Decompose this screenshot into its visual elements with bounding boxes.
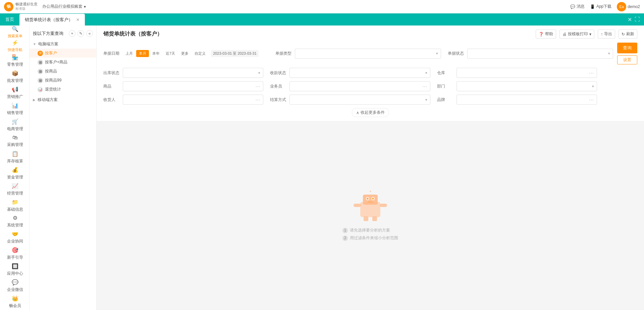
- doc-status-control[interactable]: ▾: [467, 49, 613, 59]
- dept-label: 部门: [437, 84, 454, 89]
- dept-control[interactable]: ▾: [457, 81, 597, 91]
- query-btn-group: 查询 设置: [617, 43, 637, 64]
- sidebar-item-basic[interactable]: 📁 基础信息: [0, 198, 29, 214]
- doc-status-arrow-icon: ▾: [608, 51, 610, 56]
- company-selector[interactable]: 办公用品行业模拟账套 ▾: [40, 3, 88, 10]
- out-status-control[interactable]: ▾: [123, 68, 263, 78]
- refresh-btn[interactable]: ↻ 刷新: [619, 30, 637, 39]
- hint-num-1: 1: [342, 228, 348, 233]
- query-btn[interactable]: 查询: [617, 43, 637, 53]
- out-status-arrow-icon: ▾: [258, 71, 260, 75]
- date-tab-custom[interactable]: 自定义: [192, 50, 208, 57]
- sidebar-item-retail[interactable]: 🏪 零售管理: [0, 53, 29, 69]
- sidebar-item-apps[interactable]: 🔲 应用中心: [0, 262, 29, 278]
- date-tab-more[interactable]: 更多: [178, 50, 191, 57]
- panel-header: 按以下方案查询 + ✎ «: [30, 28, 96, 39]
- sidebar-item-finance[interactable]: 💰 资金管理: [0, 165, 29, 182]
- collapse-btn[interactable]: ∧ 收起更多条件: [352, 108, 389, 117]
- sidebar-item-operation[interactable]: 📈 经营管理: [0, 182, 29, 198]
- sidebar-item-ecommerce[interactable]: 🛒 电商管理: [0, 117, 29, 133]
- basic-icon: 📁: [12, 199, 18, 205]
- export-btn[interactable]: ↑ 导出: [598, 30, 615, 39]
- filter-date-item: 单据日期 上月 本月 本年 近7天 更多 自定义 2023-03-01 至 20…: [103, 50, 269, 57]
- edit-scheme-btn[interactable]: ✎: [77, 30, 84, 37]
- sidebar-item-inventory[interactable]: 📋 库存核算: [0, 149, 29, 165]
- scheme-item-by-goods-99[interactable]: ▦ 按商品99: [30, 76, 96, 85]
- message-btn[interactable]: 💬 消息: [570, 4, 585, 9]
- sidebar-item-marketing[interactable]: 📢 营销推广: [0, 85, 29, 101]
- collapse-panel-btn[interactable]: «: [86, 30, 93, 37]
- scheme-by-goods-icon: ▦: [38, 69, 43, 74]
- empty-hint-2: 2 用过滤条件来缩小分析范围: [342, 235, 398, 241]
- user-area[interactable]: Ea demo2: [617, 2, 640, 11]
- print-arrow-icon: ▾: [589, 32, 591, 37]
- scheme-item-return-stat[interactable]: 📊 退货统计: [30, 85, 96, 94]
- warehouse-control[interactable]: ···: [457, 68, 597, 78]
- sidebar-item-system[interactable]: ⚙ 系统管理: [0, 214, 29, 230]
- settlement-control[interactable]: ▾: [289, 95, 430, 105]
- tab-home[interactable]: 首页: [0, 13, 19, 25]
- tab-close-window-icon[interactable]: ✕: [628, 16, 632, 23]
- add-scheme-btn[interactable]: +: [69, 30, 75, 37]
- sidebar-item-newbie[interactable]: 🎯 新手引导: [0, 246, 29, 262]
- page-title: 销货单统计表（按客户）: [103, 31, 162, 38]
- retail-icon: 🏪: [12, 54, 18, 60]
- brand-dots-icon: ···: [589, 97, 594, 102]
- empty-hints: 1 请先选择要分析的方案 2 用过滤条件来缩小分析范围: [342, 227, 398, 243]
- app-download-btn[interactable]: 📱 App下载: [590, 4, 611, 9]
- tab-close-icon[interactable]: ✕: [76, 17, 79, 22]
- salesman-control[interactable]: ···: [289, 81, 430, 91]
- message-label: 消息: [577, 4, 585, 9]
- sidebar-item-enterprise[interactable]: 🤝 企业协同: [0, 229, 29, 246]
- tab-sales-stat[interactable]: 销货单统计表（按客户） ✕: [19, 14, 85, 26]
- date-tab-this-year[interactable]: 本年: [150, 50, 162, 57]
- salesman-dots-icon: ···: [422, 84, 427, 89]
- date-range-input[interactable]: 2023-03-01 至 2023-03-31: [211, 50, 259, 57]
- scheme-group-desktop: ▼ 电脑端方案 按 按客户 ▦ 按客户+商品 ▦ 按商品 ▦ 按商品99 📊 退…: [30, 39, 96, 95]
- sidebar-item-member[interactable]: 👑 畅会员: [0, 294, 29, 310]
- sidebar-item-wholesale[interactable]: 📦 批发管理: [0, 69, 29, 85]
- filter-brand-item: 品牌 ···: [437, 95, 597, 105]
- filter-doc-type-item: 单据类型 ▾: [275, 49, 441, 59]
- export-label: 导出: [604, 31, 612, 37]
- sidebar-item-apps-label: 应用中心: [7, 271, 23, 276]
- sidebar-item-quick-nav[interactable]: ⚡ 快捷导航: [0, 39, 29, 53]
- marketing-icon: 📢: [12, 86, 18, 93]
- date-tab-last-7[interactable]: 近7天: [163, 50, 178, 57]
- payment-status-control[interactable]: ▾: [289, 68, 430, 78]
- collapse-label: 收起更多条件: [361, 110, 385, 115]
- operation-icon: 📈: [12, 183, 18, 189]
- sidebar-item-search[interactable]: 🔍 搜索菜单: [0, 25, 29, 39]
- svg-rect-10: [372, 216, 377, 221]
- sidebar-item-member-label: 畅会员: [9, 303, 21, 309]
- filter-out-status-item: 出库状态 ▾: [103, 68, 263, 78]
- doc-status-label: 单据状态: [448, 51, 465, 56]
- filter-salesman-item: 业务员 ···: [270, 81, 430, 91]
- help-btn[interactable]: ❓ 帮助: [536, 30, 556, 39]
- doc-type-control[interactable]: ▾: [295, 49, 441, 59]
- sidebar-item-wechat[interactable]: 💬 企业微信: [0, 278, 29, 294]
- scheme-group-mobile-title[interactable]: ▶ 移动端方案: [30, 95, 96, 104]
- filter-warehouse-item: 仓库 ···: [437, 68, 597, 78]
- settings-btn[interactable]: 设置: [617, 55, 637, 64]
- scheme-item-by-goods[interactable]: ▦ 按商品: [30, 67, 96, 76]
- sidebar-item-wechat-label: 企业微信: [7, 287, 23, 293]
- sidebar-item-purchase-label: 采购管理: [7, 142, 23, 148]
- logo-area: 畅 畅捷通好生意 标准版: [4, 2, 38, 11]
- print-btn[interactable]: 🖨 按模板打印 ▾: [559, 30, 594, 39]
- help-label: 帮助: [545, 31, 553, 37]
- filter-goods-item: 商品 ···: [103, 81, 263, 91]
- sidebar-item-sales-mgmt[interactable]: 📊 销售管理: [0, 101, 29, 117]
- date-tab-this-month[interactable]: 本月: [136, 50, 149, 57]
- help-icon: ❓: [539, 32, 544, 37]
- brand-control[interactable]: ···: [457, 95, 597, 105]
- scheme-item-by-customer-goods[interactable]: ▦ 按客户+商品: [30, 58, 96, 67]
- tab-maximize-icon[interactable]: ⛶: [635, 16, 640, 22]
- member-icon: 👑: [12, 295, 18, 302]
- receiver-control[interactable]: ···: [123, 95, 263, 105]
- goods-control[interactable]: ···: [123, 81, 263, 91]
- sidebar-item-purchase[interactable]: 🛍 采购管理: [0, 133, 29, 149]
- scheme-item-by-customer[interactable]: 按 按客户: [30, 49, 96, 58]
- date-tab-last-month[interactable]: 上月: [123, 50, 136, 57]
- scheme-group-desktop-title[interactable]: ▼ 电脑端方案: [30, 40, 96, 49]
